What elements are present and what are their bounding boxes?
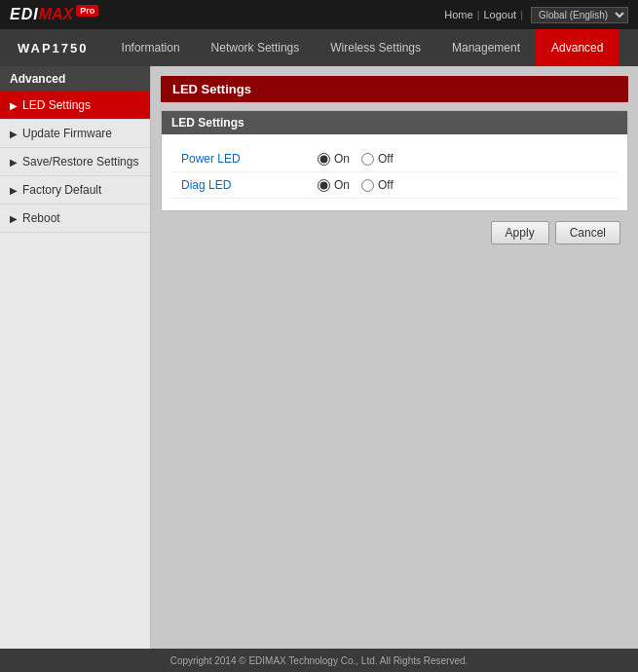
language-select[interactable]: Global (English) [531,7,628,23]
arrow-icon: ▶ [10,213,18,224]
main: Advanced ▶ LED Settings ▶ Update Firmwar… [0,66,638,649]
sidebar-label-save-restore: Save/Restore Settings [22,155,138,168]
diag-led-off-option[interactable]: Off [361,178,394,192]
power-led-off-label: Off [378,152,394,166]
sidebar-item-reboot[interactable]: ▶ Reboot [0,205,150,233]
power-led-off-radio[interactable] [361,153,374,166]
apply-button[interactable]: Apply [491,221,549,244]
sidebar-item-led-settings[interactable]: ▶ LED Settings [0,92,150,120]
panel-body: Power LED On Off Diag LED [162,134,627,210]
logout-link[interactable]: Logout [483,9,516,20]
power-led-off-option[interactable]: Off [361,152,394,166]
diag-led-on-option[interactable]: On [318,178,350,192]
arrow-icon: ▶ [10,100,18,111]
sidebar-item-update-firmware[interactable]: ▶ Update Firmware [0,120,150,148]
content-title: LED Settings [161,76,628,102]
arrow-icon: ▶ [10,129,18,139]
sep2: | [520,9,523,20]
tab-management[interactable]: Management [436,29,536,66]
power-led-on-label: On [334,152,350,166]
arrow-icon: ▶ [10,157,18,168]
sidebar-header: Advanced [0,66,150,92]
header-links: Home | Logout | Global (English) [444,7,628,23]
tab-network-settings[interactable]: Network Settings [196,29,316,66]
panel-header: LED Settings [162,111,627,134]
power-led-on-radio[interactable] [318,153,330,166]
nav-tabs: Information Network Settings Wireless Se… [106,29,638,66]
logo-pro: Pro [76,5,98,17]
diag-led-on-label: On [334,178,350,192]
diag-led-off-label: Off [378,178,394,192]
cancel-button[interactable]: Cancel [555,221,620,244]
logo-edi: EDI [10,6,39,23]
sidebar-label-update-firmware: Update Firmware [22,127,112,140]
sidebar-item-factory-default[interactable]: ▶ Factory Default [0,176,150,205]
sep1: | [477,9,480,20]
navbar: WAP1750 Information Network Settings Wir… [0,29,638,66]
sidebar-item-save-restore[interactable]: ▶ Save/Restore Settings [0,148,150,176]
home-link[interactable]: Home [444,9,472,20]
action-row: Apply Cancel [161,211,628,254]
footer: Copyright 2014 © EDIMAX Technology Co., … [0,649,638,672]
sidebar-label-led-settings: LED Settings [22,98,91,112]
arrow-icon: ▶ [10,185,18,196]
tab-wireless-settings[interactable]: Wireless Settings [315,29,436,66]
power-led-on-option[interactable]: On [318,152,350,166]
power-led-label: Power LED [181,152,318,166]
content-panel: LED Settings Power LED On Off [161,110,628,211]
content-area: LED Settings LED Settings Power LED On O… [151,66,638,649]
device-name: WAP1750 [0,29,106,66]
header: EDIMAX Pro Home | Logout | Global (Engli… [0,0,638,29]
diag-led-on-radio[interactable] [318,179,330,192]
diag-led-off-radio[interactable] [361,179,374,192]
diag-led-radio-group: On Off [318,178,394,192]
power-led-row: Power LED On Off [171,146,618,172]
diag-led-row: Diag LED On Off [171,172,618,199]
power-led-radio-group: On Off [318,152,394,166]
sidebar-label-factory-default: Factory Default [22,183,101,197]
diag-led-label: Diag LED [181,178,318,192]
sidebar: Advanced ▶ LED Settings ▶ Update Firmwar… [0,66,151,649]
logo: EDIMAX Pro [10,6,98,23]
tab-information[interactable]: Information [106,29,196,66]
tab-advanced[interactable]: Advanced [536,29,619,66]
sidebar-label-reboot: Reboot [22,211,60,225]
footer-text: Copyright 2014 © EDIMAX Technology Co., … [170,655,469,666]
logo-max: MAX [39,6,74,23]
